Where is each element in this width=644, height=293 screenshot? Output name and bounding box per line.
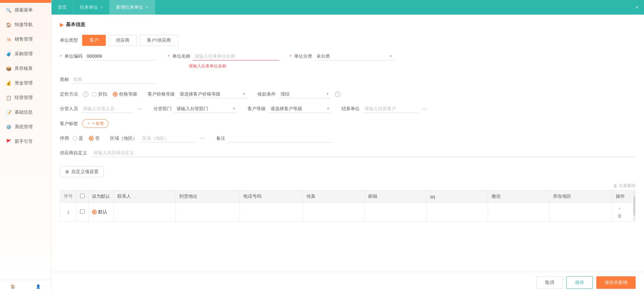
tab-new-partner[interactable]: 新增往来单位 × xyxy=(110,0,155,15)
radio-no-circle xyxy=(89,136,94,141)
customer-price-level-select[interactable]: 请选择客户价格等级 xyxy=(178,90,247,98)
disabled-field: 停用 是 否 xyxy=(60,135,100,141)
save-button[interactable]: 保存 xyxy=(566,276,593,289)
settlement-more-btn[interactable]: ··· xyxy=(421,106,428,112)
sidebar-item-quicknav[interactable]: 🏠 快捷导航 xyxy=(0,17,51,32)
row-delete-button[interactable]: 🗑 xyxy=(616,212,623,219)
add-tag-button[interactable]: ＋ + 标签 xyxy=(82,119,109,128)
unit-name-field: * 单位名称 请输入往来单位名称 xyxy=(168,52,279,69)
unit-btn-both[interactable]: 客户/供应商 xyxy=(140,35,178,46)
region-more-btn[interactable]: ··· xyxy=(198,136,206,141)
custom-settings-button[interactable]: ⚙ 自定义项设置 xyxy=(60,166,104,177)
row-fax xyxy=(303,203,364,222)
batch-delete-row[interactable]: 🗑 批量删除 xyxy=(60,183,636,189)
radio-no[interactable]: 否 xyxy=(89,135,100,141)
unit-btn-customer[interactable]: 客户 xyxy=(82,35,106,46)
remark-input[interactable] xyxy=(228,134,332,143)
row-fax-input[interactable] xyxy=(306,210,361,215)
flag-icon: 🚩 xyxy=(6,138,12,145)
radio-yes-label: 是 xyxy=(79,135,83,141)
scrollbar-thumb[interactable] xyxy=(634,196,635,215)
row-contact-input[interactable] xyxy=(117,210,172,215)
row-add-button[interactable]: ＋ xyxy=(616,205,623,212)
tab-spacer xyxy=(155,0,630,15)
radio-no-label: 否 xyxy=(95,135,100,141)
customer-level-select[interactable]: 请选择客户等级 xyxy=(268,105,331,113)
tab-home[interactable]: 首页 xyxy=(52,0,73,15)
user-icon: 👤 xyxy=(36,284,41,289)
gear-icon: ⚙️ xyxy=(6,124,12,130)
form-row-supplier-custom: 供应商自定义 xyxy=(60,149,636,157)
row-phone-input[interactable] xyxy=(243,210,299,215)
customer-level-field: 客户等级 请选择客户等级 ▼ xyxy=(248,105,331,113)
supplier-custom-input[interactable] xyxy=(91,149,636,157)
row-address-input[interactable] xyxy=(179,210,236,215)
radio-discount[interactable]: 折扣 xyxy=(92,91,107,97)
department-select[interactable]: 请输入分管部门 xyxy=(174,105,237,113)
unit-btn-supplier[interactable]: 供应商 xyxy=(109,35,137,46)
row-wechat-input[interactable] xyxy=(492,210,546,215)
row-checkbox[interactable] xyxy=(80,209,85,214)
close-all-tabs[interactable]: × xyxy=(630,0,644,15)
sidebar-item-sales[interactable]: 🛍 销售管理 xyxy=(0,32,51,47)
row-qq-input[interactable] xyxy=(430,210,484,215)
save-and-new-button[interactable]: 保存并新增 xyxy=(596,276,636,289)
row-default-radio[interactable]: 默认 xyxy=(92,209,110,215)
manager-more-btn[interactable]: ··· xyxy=(136,106,143,112)
unit-category-select[interactable]: 未分类 xyxy=(314,52,394,60)
form-content: ▶ 基本信息 单位类型 客户 供应商 客户/供应商 * 单位编码 xyxy=(52,15,644,272)
short-name-label: 简称 xyxy=(60,76,69,83)
radio-price-level[interactable]: 价格等级 xyxy=(113,91,137,97)
sidebar-item-label: 搜索菜单 xyxy=(15,7,33,13)
radio-yes[interactable]: 是 xyxy=(72,135,83,141)
th-default: 设为默认 xyxy=(88,190,114,203)
tab-partners[interactable]: 往来单位 × xyxy=(73,0,110,15)
tag-add-label: + 标签 xyxy=(92,121,104,127)
tab-new-partner-close[interactable]: × xyxy=(146,5,148,10)
unit-name-input[interactable] xyxy=(193,52,279,60)
sidebar-item-basic[interactable]: 📝 基础信息 xyxy=(0,105,51,120)
sidebar-item-label: 资金管理 xyxy=(15,80,33,86)
sidebar-item-label: 新手引导 xyxy=(15,138,33,145)
sidebar-item-finance[interactable]: 💰 资金管理 xyxy=(0,76,51,90)
short-name-field: 简称 xyxy=(60,75,157,84)
th-address: 到货地址 xyxy=(176,190,239,203)
sidebar-user-btn[interactable]: 👤 xyxy=(33,283,44,290)
settings-icon: ⚙ xyxy=(65,169,69,174)
cancel-button[interactable]: 取消 xyxy=(536,276,563,289)
th-checkbox xyxy=(77,190,88,203)
region-input[interactable] xyxy=(140,134,196,143)
row-region-input[interactable] xyxy=(553,210,608,215)
radio-price-level-dot xyxy=(114,93,116,95)
pricing-help-icon[interactable]: ? xyxy=(83,91,88,97)
batch-delete-icon: 🗑 xyxy=(613,184,618,188)
tabbar: 首页 往来单位 × 新增往来单位 × × xyxy=(52,0,644,15)
tab-home-label: 首页 xyxy=(58,4,67,10)
payment-terms-select[interactable]: 现结 xyxy=(278,90,331,98)
settlement-unit-input[interactable] xyxy=(362,105,418,113)
sidebar-home-btn[interactable]: 🏠 xyxy=(8,283,18,290)
sidebar-item-label: 基础信息 xyxy=(15,109,33,115)
sidebar-item-purchase[interactable]: 🧳 采购管理 xyxy=(0,47,51,61)
sidebar-item-inventory[interactable]: 📦 库存核算 xyxy=(0,61,51,76)
sidebar-item-label: 快捷导航 xyxy=(15,22,33,28)
sidebar-item-guide[interactable]: 🚩 新手引导 xyxy=(0,134,51,149)
sidebar-item-ops[interactable]: 📋 经营管理 xyxy=(0,90,51,105)
row-email-input[interactable] xyxy=(368,210,423,215)
payment-terms-help-icon[interactable]: ? xyxy=(335,91,340,97)
row-qq xyxy=(426,203,488,222)
tab-partners-close[interactable]: × xyxy=(101,5,103,10)
row-phone xyxy=(239,203,303,222)
sidebar-item-system[interactable]: ⚙️ 系统管理 xyxy=(0,120,51,134)
form-footer: 取消 保存 保存并新增 xyxy=(52,272,644,293)
short-name-input[interactable] xyxy=(71,75,157,84)
row-address xyxy=(176,203,239,222)
customer-price-level-select-wrapper: 请选择客户价格等级 ▼ xyxy=(178,90,247,98)
form-row-disabled: 停用 是 否 区域（地区） ··· xyxy=(60,134,636,143)
manager-input[interactable] xyxy=(81,105,133,113)
customer-tag-label: 客户标签 xyxy=(60,121,78,127)
select-all-checkbox[interactable] xyxy=(80,194,85,198)
pricing-method-label: 定价方法 xyxy=(60,91,78,97)
unit-code-input[interactable] xyxy=(85,52,157,60)
sidebar-item-search[interactable]: 🔍 搜索菜单 xyxy=(0,3,51,17)
